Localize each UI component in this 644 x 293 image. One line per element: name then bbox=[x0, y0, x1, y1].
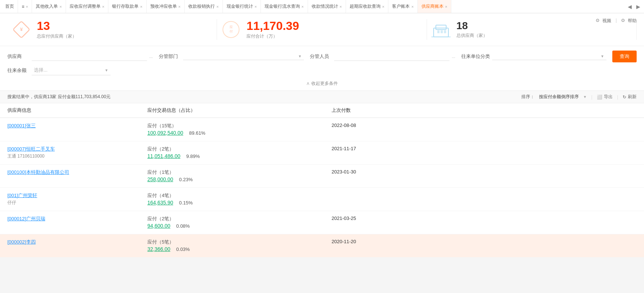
svg-rect-6 bbox=[436, 25, 446, 30]
table-row: [000001]张三应付（15笔）100,092,540.0089.61%202… bbox=[0, 118, 644, 141]
supplier-col-3: [001]广州荣轩仔仔 bbox=[7, 192, 147, 206]
trans-row-0: 100,092,540.0089.61% bbox=[147, 130, 332, 137]
close-tab-overdue-query[interactable]: × bbox=[382, 4, 384, 9]
last-pay-col-5: 2020-11-20 bbox=[332, 239, 637, 244]
supplier-link-1[interactable]: [000007]恒旺二手叉车 bbox=[7, 146, 55, 152]
table-body: [000001]张三应付（15笔）100,092,540.0089.61%202… bbox=[0, 118, 644, 258]
divider3: | bbox=[617, 94, 618, 100]
last-pay-col-2: 2023-01-30 bbox=[332, 169, 637, 175]
category-filter-select[interactable]: ▼ bbox=[492, 53, 607, 60]
supplier-sub-1: 王通 17106110000 bbox=[7, 153, 147, 159]
trans-row-1: 11,051,486.009.89% bbox=[147, 153, 332, 160]
close-tab-advance-receive[interactable]: × bbox=[178, 4, 181, 9]
data-table: 供应商信息 应付交易信息（占比） 上次付数 [000001]张三应付（15笔）1… bbox=[0, 103, 644, 258]
close-tab-cash-bank-flow[interactable]: × bbox=[301, 4, 304, 9]
category-chevron-icon: ▼ bbox=[601, 54, 604, 58]
summary-label-total-suppliers: 总供应商（家） bbox=[456, 32, 487, 39]
supplier-link-5[interactable]: [000002]李四 bbox=[7, 239, 36, 245]
nav-tab-cash-bank-flow[interactable]: 现金银行流水查询× bbox=[261, 0, 308, 13]
nav-tab-tab3[interactable]: ≡× bbox=[18, 0, 32, 13]
supplier-filter-input[interactable] bbox=[32, 52, 147, 61]
trans-amount-5[interactable]: 32,366.00 bbox=[147, 246, 170, 252]
close-tab-cash-bank-stat[interactable]: × bbox=[255, 4, 257, 9]
video-link[interactable]: 视频 bbox=[602, 18, 611, 24]
transaction-col-2: 应付（1笔）258,000.000.23% bbox=[147, 169, 332, 183]
last-pay-col-0: 2022-08-08 bbox=[332, 123, 637, 128]
close-tab-collect-execute[interactable]: × bbox=[216, 4, 218, 9]
trans-amount-0[interactable]: 100,092,540.00 bbox=[147, 130, 183, 136]
svg-text:应: 应 bbox=[230, 25, 233, 29]
nav-tab-bank-deposit[interactable]: 银行存取款单× bbox=[108, 0, 146, 13]
nav-tab-overdue-query[interactable]: 超期应收款查询× bbox=[346, 0, 388, 13]
supplier-col-5: [000002]李四 bbox=[7, 239, 147, 245]
balance-filter-select[interactable]: 选择... ▼ bbox=[32, 65, 111, 75]
filter-item-category: 往来单位分类 ▼ bbox=[461, 53, 607, 60]
result-summary-text: 搜索结果中，供应商13家 应付金额111,703,854.00元 bbox=[7, 94, 111, 100]
table-row: [000007]恒旺二手叉车王通 17106110000应付（2笔）11,051… bbox=[0, 141, 644, 165]
trans-row-5: 32,366.000.03% bbox=[147, 246, 332, 253]
export-icon: ⬜ bbox=[597, 94, 602, 100]
nav-tab-home[interactable]: 首页 bbox=[1, 0, 18, 13]
video-icon: ⊙ bbox=[596, 18, 599, 24]
balance-chevron-icon: ▼ bbox=[105, 68, 108, 72]
manager-filter-ellipsis: ... bbox=[452, 54, 455, 59]
trans-amount-3[interactable]: 164,635.90 bbox=[147, 200, 173, 206]
summary-item-payable-total: 应 付 11,170.39 应付合计（万） bbox=[217, 19, 427, 40]
result-bar: 搜索结果中，供应商13家 应付金额111,703,854.00元 排序： 按应付… bbox=[0, 91, 644, 103]
close-tab-customer-account[interactable]: × bbox=[411, 4, 413, 9]
nav-tab-collect-execute[interactable]: 收款核销执行× bbox=[185, 0, 223, 13]
query-button[interactable]: 查询 bbox=[612, 51, 637, 62]
nav-tab-cash-bank-stat[interactable]: 现金银行统计× bbox=[223, 0, 261, 13]
top-navigation: 首页≡×其他收入单×应收应付调整单×银行存取款单×预收冲应收单×收款核销执行×现… bbox=[0, 0, 644, 13]
nav-prev-arrow[interactable]: ◀ bbox=[626, 4, 634, 10]
close-tab-other-income[interactable]: × bbox=[59, 4, 62, 9]
total-suppliers-icon bbox=[431, 19, 451, 40]
trans-info-4: 应付（2笔） bbox=[147, 216, 332, 222]
summary-value-total-suppliers: 18 bbox=[456, 20, 487, 32]
svg-rect-8 bbox=[441, 30, 443, 33]
trans-amount-1[interactable]: 11,051,486.00 bbox=[147, 153, 181, 159]
close-tab-collect-stat[interactable]: × bbox=[340, 4, 342, 9]
summary-text-suppliers-payable: 13 总应付供应商（家） bbox=[37, 20, 77, 39]
refresh-button[interactable]: ↻ 刷新 bbox=[623, 94, 637, 100]
nav-tab-advance-receive[interactable]: 预收冲应收单× bbox=[147, 0, 185, 13]
close-tab-ar-adjust[interactable]: × bbox=[102, 4, 104, 9]
summary-text-payable-total: 11,170.39 应付合计（万） bbox=[246, 20, 299, 39]
nav-next-arrow[interactable]: ▶ bbox=[634, 4, 643, 10]
dept-filter-label: 分管部门 bbox=[159, 53, 181, 60]
supplier-link-2[interactable]: [000100]本特勤油品有限公司 bbox=[7, 169, 69, 175]
dept-filter-select[interactable]: ▼ bbox=[183, 53, 304, 60]
supplier-filter-ellipsis: ... bbox=[149, 54, 153, 59]
divider2: | bbox=[591, 94, 592, 100]
payable-total-icon: 应 付 bbox=[221, 19, 241, 40]
filter-bar: 供应商 ... 分管部门 ▼ 分管人员 ... 往来单位分类 ▼ 查询 往来 bbox=[0, 46, 644, 91]
nav-tab-collect-stat[interactable]: 收款情况统计× bbox=[308, 0, 346, 13]
dept-chevron-icon: ▼ bbox=[298, 54, 302, 58]
collapse-bar[interactable]: ∧ 收起更多条件 bbox=[7, 78, 637, 87]
supplier-link-3[interactable]: [001]广州荣轩 bbox=[7, 193, 37, 198]
transaction-col-1: 应付（2笔）11,051,486.009.89% bbox=[147, 146, 332, 160]
nav-tab-other-income[interactable]: 其他收入单× bbox=[32, 0, 66, 13]
close-tab-tab3[interactable]: × bbox=[26, 4, 28, 9]
svg-rect-9 bbox=[444, 30, 446, 33]
trans-amount-2[interactable]: 258,000.00 bbox=[147, 176, 173, 182]
nav-tab-customer-account[interactable]: 客户账本× bbox=[388, 0, 417, 13]
trans-info-5: 应付（5笔） bbox=[147, 239, 332, 245]
supplier-link-4[interactable]: [000012]广州贝瑞 bbox=[7, 216, 45, 221]
manager-filter-input[interactable] bbox=[334, 52, 449, 61]
close-tab-supplier-account[interactable]: × bbox=[445, 4, 447, 9]
supplier-col-2: [000100]本特勤油品有限公司 bbox=[7, 169, 147, 176]
supplier-filter-label: 供应商 bbox=[7, 53, 29, 60]
refresh-icon: ↻ bbox=[623, 94, 626, 100]
supplier-link-0[interactable]: [000001]张三 bbox=[7, 123, 36, 128]
close-tab-bank-deposit[interactable]: × bbox=[140, 4, 142, 9]
sort-value[interactable]: 按应付余额倒序排序 bbox=[539, 94, 579, 100]
table-row: [000012]广州贝瑞应付（2笔）94,600.000.08%2021-03-… bbox=[0, 211, 644, 234]
summary-bar: ¥ 13 总应付供应商（家） 应 付 11,170.39 应付合计（万） bbox=[0, 13, 644, 46]
trans-amount-4[interactable]: 94,600.00 bbox=[147, 223, 170, 229]
nav-tab-supplier-account[interactable]: 供应商账本× bbox=[418, 0, 451, 13]
export-button[interactable]: ⬜ 导出 bbox=[597, 94, 613, 100]
summary-label-suppliers-payable: 总应付供应商（家） bbox=[37, 33, 77, 39]
help-link[interactable]: 帮助 bbox=[628, 18, 637, 24]
nav-tab-ar-adjust[interactable]: 应收应付调整单× bbox=[66, 0, 108, 13]
